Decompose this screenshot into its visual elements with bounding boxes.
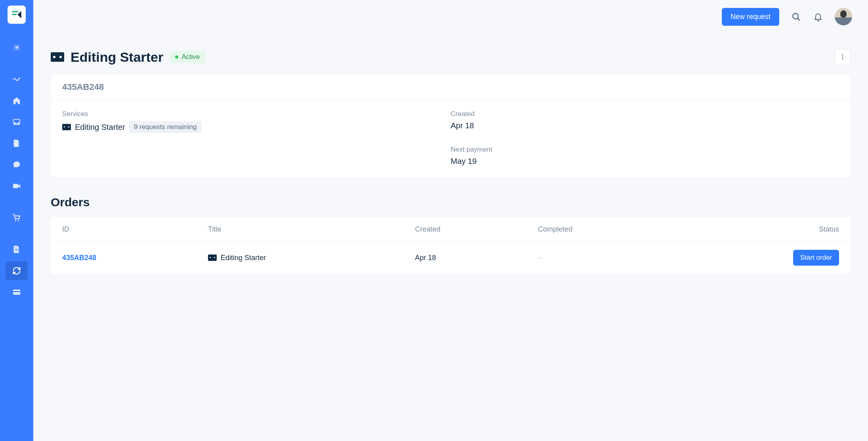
requests-remaining-chip: 9 requests remaining bbox=[129, 121, 202, 133]
avatar[interactable] bbox=[835, 8, 852, 25]
col-id: ID bbox=[51, 217, 197, 242]
col-completed: Completed bbox=[527, 217, 673, 242]
nav-refresh-icon[interactable] bbox=[6, 261, 28, 280]
cassette-icon bbox=[51, 52, 64, 62]
nav-card-icon[interactable] bbox=[6, 283, 28, 302]
nav-chat-icon[interactable] bbox=[6, 155, 28, 174]
svg-point-11 bbox=[842, 59, 843, 60]
nav-login-icon[interactable] bbox=[6, 38, 28, 57]
app-logo[interactable] bbox=[8, 6, 26, 24]
nav-inbox-icon[interactable] bbox=[6, 112, 28, 131]
orders-heading: Orders bbox=[51, 196, 851, 209]
subscription-card: 435AB248 Services Editing Starter 9 requ… bbox=[51, 74, 851, 178]
status-dot-icon bbox=[175, 55, 178, 59]
svg-point-9 bbox=[842, 54, 843, 55]
cassette-icon bbox=[62, 124, 71, 130]
topbar: New request bbox=[33, 0, 868, 33]
svg-point-4 bbox=[15, 220, 16, 221]
svg-rect-1 bbox=[12, 14, 17, 15]
more-menu-button[interactable] bbox=[835, 49, 851, 65]
cassette-icon bbox=[208, 255, 217, 261]
svg-rect-7 bbox=[13, 291, 20, 292]
sidebar bbox=[0, 0, 33, 441]
order-id-link[interactable]: 435AB248 bbox=[62, 254, 96, 262]
start-order-button[interactable]: Start order bbox=[793, 250, 839, 266]
next-payment-label: Next payment bbox=[451, 146, 839, 154]
order-created: Apr 18 bbox=[404, 242, 527, 274]
svg-rect-3 bbox=[13, 184, 18, 188]
nav-cart-icon[interactable] bbox=[6, 208, 28, 227]
nav-file-icon[interactable] bbox=[6, 134, 28, 153]
main-area: New request Editing Starter Active bbox=[33, 0, 868, 441]
service-name: Editing Starter bbox=[75, 123, 125, 132]
bell-icon[interactable] bbox=[813, 11, 824, 22]
created-value: Apr 18 bbox=[451, 121, 839, 130]
nav-handshake-icon[interactable] bbox=[6, 70, 28, 89]
nav-video-icon[interactable] bbox=[6, 177, 28, 196]
search-icon[interactable] bbox=[790, 11, 801, 22]
table-row: 435AB248 Editing Starter Apr 18 -- Start… bbox=[51, 242, 851, 274]
col-title: Title bbox=[197, 217, 404, 242]
orders-table: ID Title Created Completed Status 435AB2… bbox=[51, 217, 851, 274]
svg-point-5 bbox=[18, 220, 19, 221]
col-created: Created bbox=[404, 217, 527, 242]
services-label: Services bbox=[62, 110, 451, 118]
created-label: Created bbox=[451, 110, 839, 118]
order-completed: -- bbox=[538, 254, 543, 262]
status-text: Active bbox=[181, 53, 200, 61]
services-field: Services Editing Starter 9 requests rema… bbox=[62, 110, 451, 133]
next-payment-field: Next payment May 19 bbox=[451, 146, 839, 166]
page-title: Editing Starter bbox=[71, 49, 163, 65]
svg-point-10 bbox=[842, 57, 843, 58]
order-title: Editing Starter bbox=[221, 254, 266, 262]
created-field: Created Apr 18 bbox=[451, 110, 839, 133]
nav-home-icon[interactable] bbox=[6, 91, 28, 110]
subscription-id: 435AB248 bbox=[62, 82, 839, 92]
svg-rect-0 bbox=[12, 11, 18, 13]
nav-document-icon[interactable] bbox=[6, 240, 28, 259]
next-payment-value: May 19 bbox=[451, 157, 839, 166]
new-request-button[interactable]: New request bbox=[722, 8, 779, 26]
status-badge: Active bbox=[170, 51, 205, 63]
col-status: Status bbox=[673, 217, 851, 242]
